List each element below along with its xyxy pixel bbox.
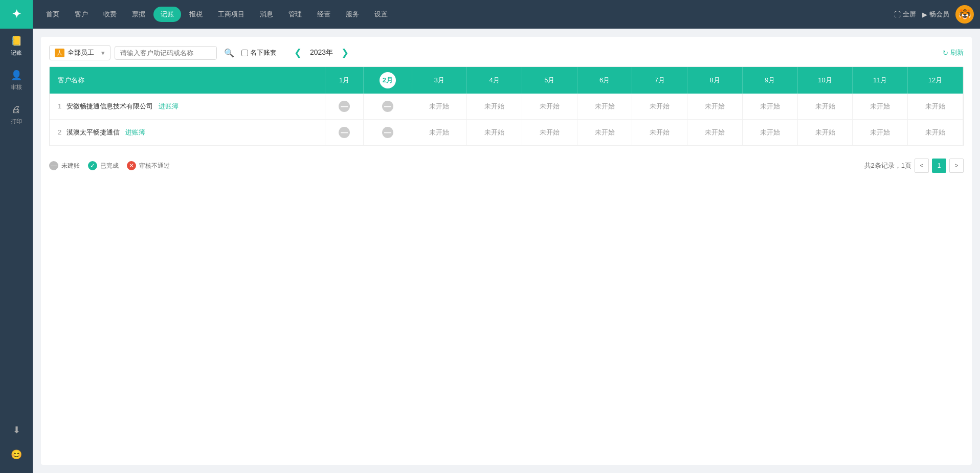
month-cell-m8: 未开始	[687, 120, 743, 146]
checkbox-label[interactable]: 名下账套	[241, 48, 277, 57]
print-icon: 🖨	[10, 103, 23, 116]
table-container: 客户名称1月2月3月4月5月6月7月8月9月10月11月12月 1 安徽畅捷通信…	[49, 66, 964, 146]
sidebar-item-label-bookkeeping: 记账	[11, 49, 22, 57]
customer-name: 安徽畅捷通信息技术有限公司	[66, 102, 153, 110]
month-cell-m6: 未开始	[577, 94, 632, 120]
refresh-button[interactable]: ↻ 刷新	[943, 48, 964, 57]
topnav-item-management[interactable]: 管理	[281, 7, 309, 22]
month-cell-m11: 未开始	[853, 94, 908, 120]
next-page-btn[interactable]: >	[949, 159, 964, 173]
col-header-name: 客户名称	[50, 67, 325, 94]
sidebar-item-label-audit: 审核	[11, 83, 22, 91]
customer-name: 漠澳太平畅捷通信	[66, 128, 120, 136]
content-area: 人 全部员工 ▾ 🔍 名下账套 ❮ 2023年 ❯ ↻ 刷新	[33, 29, 980, 473]
table-row: 1 安徽畅捷通信息技术有限公司 进账簿——未开始未开始未开始未开始未开始未开始未…	[50, 94, 963, 120]
col-header-m11: 11月	[853, 67, 908, 94]
legend-label-rejected: 审核不通过	[139, 162, 170, 170]
month-cell-m5: 未开始	[522, 94, 577, 120]
not-started-label: 未开始	[540, 102, 560, 110]
vip-btn[interactable]: ▶ 畅会员	[922, 10, 949, 19]
col-header-m4: 4月	[467, 67, 522, 94]
legend-dot-rejected: ✕	[127, 161, 136, 170]
sidebar-item-download[interactable]: ⬇	[0, 418, 33, 442]
pagination-total: 共2条记录，1页	[864, 161, 911, 170]
bookkeeping-icon: 📒	[10, 35, 23, 47]
customer-name-cell: 2 漠澳太平畅捷通信 进账簿	[50, 120, 325, 146]
not-started-label: 未开始	[870, 102, 890, 110]
chevron-down-icon: ▾	[101, 49, 105, 57]
not-started-label: 未开始	[705, 128, 725, 136]
current-page-btn[interactable]: 1	[932, 159, 946, 173]
topnav-item-customer[interactable]: 客户	[68, 7, 95, 22]
topnav-item-billing[interactable]: 收费	[96, 7, 124, 22]
topnav-item-tax[interactable]: 报税	[182, 7, 210, 22]
legend-rejected: ✕ 审核不通过	[127, 161, 170, 170]
enter-ledger-link[interactable]: 进账簿	[125, 128, 145, 136]
topnav-item-business[interactable]: 工商项目	[211, 7, 252, 22]
col-header-m2: 2月	[364, 67, 412, 94]
topnav-item-message[interactable]: 消息	[253, 7, 280, 22]
not-started-label: 未开始	[484, 102, 504, 110]
col-header-m12: 12月	[908, 67, 963, 94]
fullscreen-btn[interactable]: ⛶ 全屏	[894, 10, 916, 19]
topnav-item-bookkeeping[interactable]: 记账	[153, 7, 181, 22]
sidebar-item-bookkeeping[interactable]: 📒 记账	[0, 29, 33, 63]
not-started-label: 未开始	[540, 128, 560, 136]
not-started-label: 未开始	[650, 128, 670, 136]
month-cell-m10: 未开始	[797, 120, 853, 146]
refresh-icon: ↻	[943, 49, 948, 57]
month-cell-m12: 未开始	[908, 94, 963, 120]
year-next-btn[interactable]: ❯	[338, 46, 352, 59]
main-area: 首页客户收费票据记账报税工商项目消息管理经营服务设置 ⛶ 全屏 ▶ 畅会员 🐯 …	[33, 0, 980, 473]
customer-name-cell: 1 安徽畅捷通信息技术有限公司 进账簿	[50, 94, 325, 120]
checkbox-text: 名下账套	[250, 48, 277, 57]
enter-ledger-link[interactable]: 进账簿	[159, 102, 179, 110]
month-cell-m12: 未开始	[908, 120, 963, 146]
prev-page-btn[interactable]: <	[915, 159, 929, 173]
vip-icon: ▶	[922, 11, 927, 18]
month-cell-m2: —	[364, 120, 412, 146]
not-started-label: 未开始	[870, 128, 890, 136]
legend-dot-not-built: —	[49, 161, 58, 170]
toolbar: 人 全部员工 ▾ 🔍 名下账套 ❮ 2023年 ❯ ↻ 刷新	[49, 45, 964, 60]
col-header-m3: 3月	[412, 67, 467, 94]
status-dash-icon: —	[382, 127, 393, 138]
month-cell-m5: 未开始	[522, 120, 577, 146]
search-input[interactable]	[115, 46, 217, 60]
user-avatar[interactable]: 🐯	[955, 5, 974, 24]
active-month-circle: 2月	[380, 72, 396, 88]
not-started-label: 未开始	[484, 128, 504, 136]
not-started-label: 未开始	[595, 128, 615, 136]
legend-label-completed: 已完成	[100, 162, 119, 170]
search-button[interactable]: 🔍	[221, 46, 237, 60]
audit-icon: 👤	[10, 69, 23, 81]
sidebar-item-support[interactable]: 😊	[0, 442, 33, 467]
table-row: 2 漠澳太平畅捷通信 进账簿——未开始未开始未开始未开始未开始未开始未开始未开始…	[50, 120, 963, 146]
vip-label: 畅会员	[929, 10, 949, 19]
main-table: 客户名称1月2月3月4月5月6月7月8月9月10月11月12月 1 安徽畅捷通信…	[50, 67, 963, 146]
month-cell-m1: —	[325, 120, 364, 146]
topnav-item-operation[interactable]: 经营	[310, 7, 338, 22]
main-card: 人 全部员工 ▾ 🔍 名下账套 ❮ 2023年 ❯ ↻ 刷新	[41, 37, 972, 465]
checkbox-input[interactable]	[241, 50, 248, 56]
employee-badge: 人	[55, 49, 64, 57]
refresh-label: 刷新	[950, 48, 964, 57]
legend-dot-completed: ✓	[88, 161, 97, 170]
employee-select[interactable]: 人 全部员工 ▾	[49, 45, 110, 60]
not-started-label: 未开始	[815, 128, 835, 136]
topnav-item-settings[interactable]: 设置	[367, 7, 395, 22]
topnav-item-invoice[interactable]: 票据	[125, 7, 152, 22]
not-started-label: 未开始	[705, 102, 725, 110]
topnav-item-home[interactable]: 首页	[39, 7, 66, 22]
not-started-label: 未开始	[429, 128, 449, 136]
sidebar-item-audit[interactable]: 👤 审核	[0, 63, 33, 97]
topnav-item-service[interactable]: 服务	[339, 7, 366, 22]
month-cell-m9: 未开始	[742, 94, 797, 120]
month-cell-m7: 未开始	[632, 120, 687, 146]
not-started-label: 未开始	[815, 102, 835, 110]
sidebar-item-print[interactable]: 🖨 打印	[0, 97, 33, 131]
sidebar-logo[interactable]: ✦	[0, 0, 33, 29]
row-index: 1	[58, 102, 61, 110]
not-started-label: 未开始	[595, 102, 615, 110]
year-prev-btn[interactable]: ❮	[291, 46, 305, 59]
